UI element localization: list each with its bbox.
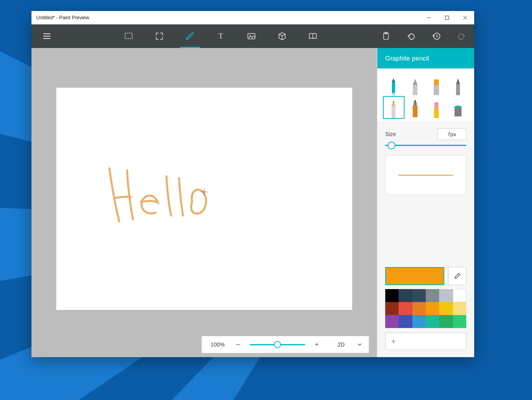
tool-crayon[interactable] xyxy=(426,73,447,96)
palette-swatch[interactable] xyxy=(385,315,399,328)
canvas-area: 100% − + 2D xyxy=(31,48,377,357)
size-slider[interactable] xyxy=(385,145,466,146)
drawing-canvas[interactable] xyxy=(56,88,352,310)
svg-rect-28 xyxy=(392,106,395,118)
history-icon xyxy=(432,32,441,41)
brush-icon xyxy=(185,32,195,41)
preview-stroke-line xyxy=(398,175,453,176)
close-button[interactable] xyxy=(456,11,474,24)
zoom-level: 100% xyxy=(206,341,229,348)
select-tool[interactable] xyxy=(113,24,144,48)
palette-swatch[interactable] xyxy=(385,289,399,302)
svg-rect-1 xyxy=(445,16,449,20)
palette-swatch[interactable] xyxy=(453,302,466,315)
window-title: Untitled* - Paint Preview xyxy=(36,15,89,20)
palette-swatch[interactable] xyxy=(426,315,439,328)
select-icon xyxy=(124,32,133,40)
svg-text:T: T xyxy=(219,32,223,40)
svg-rect-21 xyxy=(413,85,417,95)
svg-marker-27 xyxy=(393,101,394,103)
svg-rect-7 xyxy=(125,33,132,39)
sticker-tool[interactable] xyxy=(236,24,267,48)
expand-icon xyxy=(155,32,164,41)
cube-icon xyxy=(278,32,286,41)
zoom-slider[interactable] xyxy=(250,344,305,345)
canvas-drawing xyxy=(56,88,352,310)
svg-point-8 xyxy=(186,38,188,40)
undo-button[interactable] xyxy=(399,24,424,48)
brush-tool[interactable] xyxy=(175,24,205,48)
palette-swatch[interactable] xyxy=(426,302,439,315)
svg-rect-31 xyxy=(414,100,416,102)
svg-marker-18 xyxy=(392,78,395,82)
svg-rect-32 xyxy=(434,102,438,107)
menu-icon xyxy=(42,33,51,40)
history-button[interactable] xyxy=(424,24,449,48)
svg-rect-17 xyxy=(392,82,395,94)
svg-marker-24 xyxy=(456,78,460,84)
tool-sidebar: Graphite pencil xyxy=(377,48,474,357)
palette-swatch[interactable] xyxy=(399,302,412,315)
eyedropper-icon xyxy=(453,272,461,280)
eyedropper-button[interactable] xyxy=(448,267,466,285)
svg-rect-19 xyxy=(392,93,395,95)
3d-objects-tool[interactable] xyxy=(267,24,297,48)
color-palette xyxy=(385,289,466,328)
text-tool[interactable]: T xyxy=(205,24,236,48)
add-color-button[interactable]: + xyxy=(385,333,466,350)
palette-swatch[interactable] xyxy=(399,315,412,328)
size-label: Size xyxy=(385,131,396,137)
current-color-swatch[interactable] xyxy=(385,267,444,285)
palette-swatch[interactable] xyxy=(439,315,453,328)
crop-tool[interactable] xyxy=(144,24,175,48)
size-row: Size 7px xyxy=(377,121,474,142)
panel-header: Graphite pencil xyxy=(377,48,474,68)
palette-swatch[interactable] xyxy=(426,289,439,302)
view-mode-label[interactable]: 2D xyxy=(329,341,353,348)
palette-swatch[interactable] xyxy=(453,315,466,328)
palette-swatch[interactable] xyxy=(439,302,453,315)
tool-marker[interactable] xyxy=(383,73,405,96)
zoom-in-button[interactable]: + xyxy=(310,337,324,352)
redo-button[interactable] xyxy=(449,24,474,48)
palette-swatch[interactable] xyxy=(439,289,453,302)
canvas-status-bar: 100% − + 2D xyxy=(201,336,369,353)
palette-swatch[interactable] xyxy=(412,315,426,328)
zoom-out-button[interactable]: − xyxy=(231,337,245,352)
size-value-input[interactable]: 7px xyxy=(437,128,466,140)
palette-swatch[interactable] xyxy=(399,289,412,302)
minimize-button[interactable] xyxy=(420,11,438,24)
svg-rect-35 xyxy=(454,107,462,116)
sticker-icon xyxy=(247,32,256,40)
plus-icon: + xyxy=(391,337,396,346)
app-window: Untitled* - Paint Preview xyxy=(31,11,474,357)
brush-picker xyxy=(377,68,474,121)
undo-icon xyxy=(406,32,416,40)
palette-swatch[interactable] xyxy=(453,289,466,302)
tool-spray-can[interactable] xyxy=(405,96,426,119)
tool-calligraphy-pen[interactable] xyxy=(447,73,469,96)
effects-tool[interactable] xyxy=(297,24,328,48)
tool-pencil[interactable] xyxy=(405,73,426,96)
svg-rect-34 xyxy=(434,110,439,118)
menu-button[interactable] xyxy=(31,24,62,48)
palette-swatch[interactable] xyxy=(412,289,426,302)
tool-eraser[interactable] xyxy=(426,96,447,119)
maximize-button[interactable] xyxy=(438,11,456,24)
book-icon xyxy=(308,32,318,40)
palette-swatch[interactable] xyxy=(385,302,399,315)
crosshair-cursor xyxy=(201,188,208,195)
main-toolbar: T xyxy=(31,24,474,48)
palette-swatch[interactable] xyxy=(412,302,426,315)
stroke-preview xyxy=(385,155,466,195)
size-slider-thumb[interactable] xyxy=(388,142,395,149)
paste-icon xyxy=(382,32,390,41)
tool-graphite-pencil[interactable] xyxy=(383,96,405,119)
titlebar: Untitled* - Paint Preview xyxy=(31,11,474,24)
tool-fill-bucket[interactable] xyxy=(447,96,469,119)
svg-rect-23 xyxy=(434,85,439,95)
svg-point-11 xyxy=(250,35,251,36)
zoom-slider-thumb[interactable] xyxy=(274,341,281,348)
paste-button[interactable] xyxy=(373,24,399,48)
view-mode-chevron-icon[interactable] xyxy=(357,342,362,347)
